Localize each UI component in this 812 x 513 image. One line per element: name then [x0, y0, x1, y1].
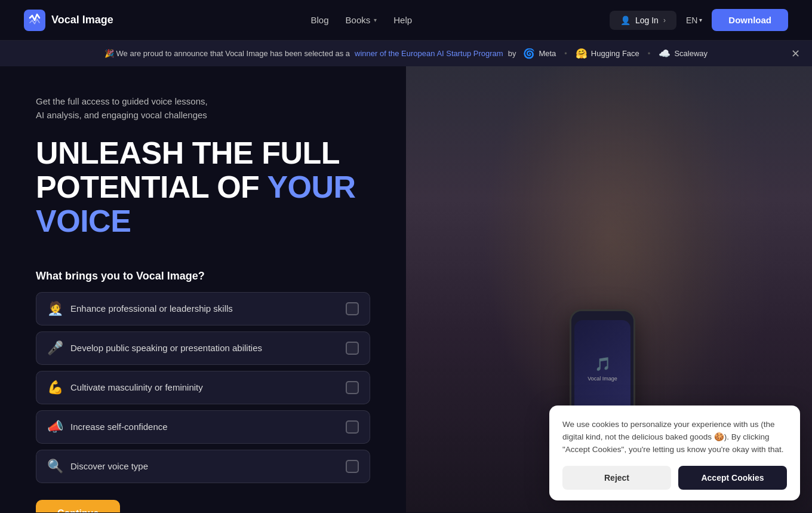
books-link[interactable]: Books ▾	[346, 15, 377, 25]
logo-icon	[24, 10, 45, 31]
choice-list: 🧑‍💼 Enhance professional or leadership s…	[36, 292, 370, 483]
chevron-down-icon: ▾	[374, 17, 377, 23]
login-button[interactable]: 👤 Log In ›	[610, 11, 676, 30]
choice-checkbox-professional[interactable]	[346, 302, 359, 315]
arrow-right-icon: ›	[663, 16, 666, 24]
language-selector[interactable]: EN ▾	[686, 16, 702, 25]
cookie-banner: We use cookies to personalize your exper…	[549, 406, 800, 500]
choice-checkbox-speaking[interactable]	[346, 342, 359, 355]
partner-meta: 🌀 Meta	[523, 48, 556, 59]
announcement-text: 🎉 We are proud to announce that Vocal Im…	[104, 49, 350, 58]
main-layout: Get the full access to guided voice less…	[0, 66, 812, 512]
choice-emoji-confidence: 📣	[47, 419, 63, 435]
accept-cookies-button[interactable]: Accept Cookies	[678, 466, 787, 490]
scaleway-icon: ☁️	[659, 48, 670, 59]
choice-cultivate[interactable]: 💪 Cultivate masculinity or femininity	[36, 371, 370, 404]
meta-icon: 🌀	[523, 48, 535, 59]
choice-label-discover: Discover voice type	[70, 461, 148, 471]
huggingface-label: Hugging Face	[591, 49, 639, 58]
choice-emoji-cultivate: 💪	[47, 380, 63, 395]
navbar: Vocal Image Blog Books ▾ Help 👤 Log In ›…	[0, 0, 812, 41]
scaleway-label: Scaleway	[674, 49, 708, 58]
left-panel: Get the full access to guided voice less…	[0, 66, 406, 512]
hero-subtitle: Get the full access to guided voice less…	[36, 95, 370, 122]
blog-link[interactable]: Blog	[311, 15, 329, 25]
phone-screen: 🎵 Vocal Image	[574, 320, 630, 419]
choice-speaking[interactable]: 🎤 Develop public speaking or presentatio…	[36, 331, 370, 365]
choice-label-speaking: Develop public speaking or presentation …	[70, 343, 262, 353]
choice-label-cultivate: Cultivate masculinity or femininity	[70, 382, 203, 392]
choice-checkbox-confidence[interactable]	[346, 420, 359, 434]
meta-label: Meta	[539, 49, 556, 58]
choice-confidence[interactable]: 📣 Increase self-confidence	[36, 410, 370, 444]
huggingface-icon: 🤗	[576, 48, 588, 59]
winner-link[interactable]: winner of the European AI Startup Progra…	[355, 49, 503, 58]
user-icon: 👤	[620, 16, 630, 25]
choice-professional[interactable]: 🧑‍💼 Enhance professional or leadership s…	[36, 292, 370, 325]
navbar-right: 👤 Log In › EN ▾ Download	[610, 9, 788, 31]
chevron-down-icon: ▾	[699, 17, 702, 23]
cookie-text: We use cookies to personalize your exper…	[562, 419, 787, 456]
choice-label-professional: Enhance professional or leadership skill…	[70, 303, 233, 314]
section-question: What brings you to Vocal Image?	[36, 270, 370, 282]
choice-checkbox-discover[interactable]	[346, 460, 359, 473]
announcement-banner: 🎉 We are proud to announce that Vocal Im…	[0, 41, 812, 66]
reject-cookies-button[interactable]: Reject	[562, 466, 671, 490]
help-link[interactable]: Help	[393, 15, 412, 25]
choice-emoji-speaking: 🎤	[47, 340, 63, 356]
announcement-by: by	[508, 49, 516, 58]
dot-separator-2: •	[648, 49, 651, 58]
choice-discover[interactable]: 🔍 Discover voice type	[36, 450, 370, 483]
logo-text: Vocal Image	[51, 14, 113, 26]
continue-button[interactable]: Continue	[36, 500, 120, 512]
hero-headline: UNLEASH THE FULL POTENTIAL OF YOUR VOICE	[36, 136, 370, 239]
nav-links: Blog Books ▾ Help	[311, 15, 413, 25]
partner-scaleway: ☁️ Scaleway	[659, 48, 708, 59]
phone-brand-text: Vocal Image	[588, 376, 617, 382]
close-banner-button[interactable]: ✕	[791, 47, 800, 60]
partners-list: 🌀 Meta • 🤗 Hugging Face • ☁️ Scaleway	[523, 48, 708, 59]
download-button[interactable]: Download	[712, 9, 788, 31]
dot-separator: •	[564, 49, 567, 58]
partner-huggingface: 🤗 Hugging Face	[576, 48, 639, 59]
logo[interactable]: Vocal Image	[24, 10, 113, 31]
choice-emoji-professional: 🧑‍💼	[47, 301, 63, 317]
choice-label-confidence: Increase self-confidence	[70, 422, 168, 432]
right-panel: 🎵 Vocal Image We use cookies to personal…	[406, 66, 812, 512]
choice-checkbox-cultivate[interactable]	[346, 381, 359, 394]
phone-logo-icon: 🎵	[595, 357, 611, 372]
choice-emoji-discover: 🔍	[47, 459, 63, 474]
cookie-actions: Reject Accept Cookies	[562, 466, 787, 490]
